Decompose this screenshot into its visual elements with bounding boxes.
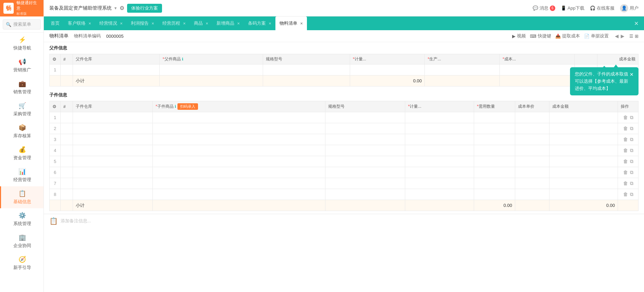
single-setting-action[interactable]: 📄 单据设置 (584, 33, 609, 39)
sidebar-item-finance[interactable]: 💰 资金管理 (0, 142, 44, 164)
child-row6-unit[interactable] (405, 167, 474, 178)
child-row8-goods[interactable] (152, 189, 325, 200)
list-view-icon[interactable]: ☰ (629, 34, 633, 39)
parent-row1-warehouse[interactable] (73, 65, 160, 75)
dropdown-icon[interactable]: ▾ (114, 5, 117, 11)
tab-operations-status[interactable]: 经营情况 ✕ (95, 16, 127, 30)
child-row8-quantity[interactable] (474, 189, 515, 200)
child-row3-warehouse[interactable] (73, 134, 153, 145)
child-row7-warehouse[interactable] (73, 178, 153, 189)
gear-icon[interactable]: ⚙ (52, 57, 57, 62)
copy-icon-row4[interactable]: ⧉ (630, 148, 633, 153)
user-item[interactable]: 👤 用户 (620, 4, 639, 12)
child-row4-goods[interactable] (152, 145, 325, 156)
next-icon[interactable]: ▶ (620, 33, 625, 39)
tab-history[interactable]: 经营历程 ✕ (158, 16, 190, 30)
sidebar-item-basic-info[interactable]: 📋 基础信息 (0, 186, 44, 208)
child-row3-unit[interactable] (405, 134, 474, 145)
delete-icon-row4[interactable]: 🗑 (623, 148, 628, 153)
child-row6-unit-price[interactable] (515, 167, 549, 178)
copy-icon-row2[interactable]: ⧉ (630, 126, 633, 131)
child-row6-spec[interactable] (325, 167, 405, 178)
delete-icon-row6[interactable]: 🗑 (623, 170, 628, 175)
child-row1-unit[interactable] (405, 112, 474, 123)
sidebar-item-system[interactable]: ⚙️ 系统管理 (0, 208, 44, 230)
delete-icon-row2[interactable]: 🗑 (623, 126, 628, 131)
child-row7-unit-price[interactable] (515, 178, 549, 189)
tab-goods-close[interactable]: ✕ (206, 22, 208, 25)
sidebar-item-enterprise[interactable]: 🏢 企业协同 (0, 230, 44, 252)
tab-bom[interactable]: 物料清单 ✕ (275, 16, 307, 30)
child-row7-unit[interactable] (405, 178, 474, 189)
child-row4-unit-price[interactable] (515, 145, 549, 156)
sidebar-item-inventory[interactable]: 📦 库存核算 (0, 120, 44, 142)
tab-goods[interactable]: 商品 ✕ (190, 16, 212, 30)
shortcut-action[interactable]: ⌨ 快捷键 (530, 33, 551, 39)
sidebar-item-quick-nav[interactable]: ⚡ 快捷导航 (0, 33, 44, 55)
child-row3-quantity[interactable] (474, 134, 515, 145)
child-row6-goods[interactable] (152, 167, 325, 178)
child-row3-goods[interactable] (152, 134, 325, 145)
tab-customer[interactable]: 客户联络 ✕ (64, 16, 95, 30)
scan-input-button[interactable]: 扫码录入 (177, 103, 198, 110)
sub-header-title[interactable]: 物料清单 (49, 33, 69, 39)
child-row5-goods[interactable] (152, 156, 325, 167)
delete-icon-row7[interactable]: 🗑 (623, 180, 628, 186)
close-all-tabs[interactable]: ✕ (631, 20, 641, 27)
child-row2-warehouse[interactable] (73, 123, 153, 134)
child-row2-quantity[interactable] (474, 123, 515, 134)
child-row5-warehouse[interactable] (73, 156, 153, 167)
tab-barcode[interactable]: 条码方案 ✕ (244, 16, 275, 30)
child-row5-unit[interactable] (405, 156, 474, 167)
parent-row1-spec[interactable] (263, 65, 350, 75)
child-row6-warehouse[interactable] (73, 167, 153, 178)
tab-operations-close[interactable]: ✕ (120, 22, 123, 25)
prev-icon[interactable]: ◀ (614, 33, 619, 39)
delete-icon-row3[interactable]: 🗑 (623, 137, 628, 142)
child-row2-unit[interactable] (405, 123, 474, 134)
online-service-item[interactable]: 🎧 在线客服 (590, 5, 615, 11)
child-row8-unit-price[interactable] (515, 189, 549, 200)
tab-customer-close[interactable]: ✕ (88, 22, 91, 25)
child-row1-goods[interactable] (152, 112, 325, 123)
tab-bom-close[interactable]: ✕ (300, 22, 303, 25)
child-row4-spec[interactable] (325, 145, 405, 156)
note-icon[interactable]: 📋 (49, 217, 58, 225)
copy-icon-row7[interactable]: ⧉ (630, 180, 633, 186)
copy-icon-row6[interactable]: ⧉ (630, 170, 633, 175)
extract-cost-action[interactable]: 📥 提取成本 (555, 33, 580, 39)
child-row6-quantity[interactable] (474, 167, 515, 178)
child-row2-unit-price[interactable] (515, 123, 549, 134)
child-row5-spec[interactable] (325, 156, 405, 167)
app-download-item[interactable]: 📱 App下载 (561, 5, 584, 11)
child-row5-unit-price[interactable] (515, 156, 549, 167)
child-row1-unit-price[interactable] (515, 112, 549, 123)
child-row1-quantity[interactable] (474, 112, 515, 123)
delete-icon-row8[interactable]: 🗑 (623, 191, 628, 197)
delete-icon-row5[interactable]: 🗑 (623, 159, 628, 164)
child-row4-quantity[interactable] (474, 145, 515, 156)
child-row7-goods[interactable] (152, 178, 325, 189)
parent-row1-unit[interactable] (350, 65, 425, 75)
tab-new-goods-close[interactable]: ✕ (237, 22, 240, 25)
child-row1-spec[interactable] (325, 112, 405, 123)
tooltip-close-button[interactable]: ✕ (630, 71, 634, 78)
delete-icon-row1[interactable]: 🗑 (623, 115, 628, 120)
tab-barcode-close[interactable]: ✕ (269, 22, 271, 25)
sidebar-item-purchase[interactable]: 🛒 采购管理 (0, 98, 44, 120)
tab-profit-close[interactable]: ✕ (151, 22, 154, 25)
sidebar-item-marketing[interactable]: 📢 营销推广 (0, 55, 44, 77)
parent-row1-cost[interactable] (500, 65, 575, 75)
child-row4-warehouse[interactable] (73, 145, 153, 156)
trial-button[interactable]: 体验行业方案 (127, 4, 162, 13)
child-row3-unit-price[interactable] (515, 134, 549, 145)
child-row7-spec[interactable] (325, 178, 405, 189)
child-row8-unit[interactable] (405, 189, 474, 200)
tab-profit[interactable]: 利润报告 ✕ (127, 16, 158, 30)
child-row2-spec[interactable] (325, 123, 405, 134)
child-row7-quantity[interactable] (474, 178, 515, 189)
tab-history-close[interactable]: ✕ (183, 22, 186, 25)
parent-row1-produce[interactable] (425, 65, 500, 75)
sidebar-item-sales[interactable]: 💼 销售管理 (0, 77, 44, 98)
child-row2-goods[interactable] (152, 123, 325, 134)
